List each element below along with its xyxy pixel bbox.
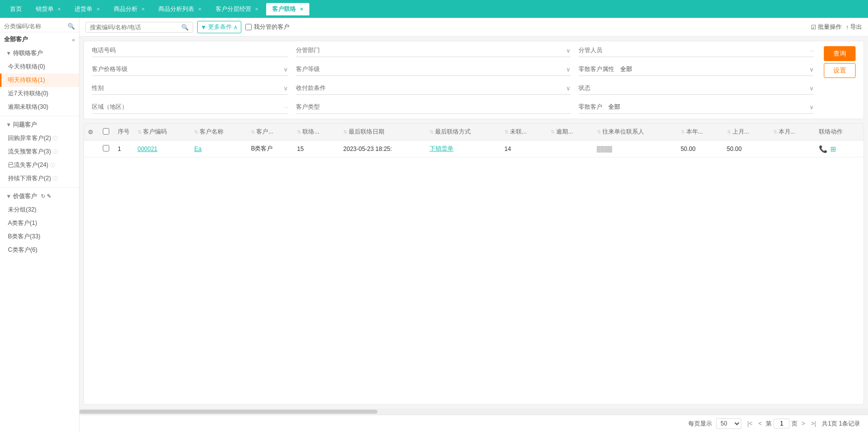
sidebar-class-b[interactable]: B类客户(33)	[0, 230, 79, 243]
sidebar-unclassified[interactable]: 未分组(32)	[0, 203, 79, 216]
sidebar-class-c[interactable]: C类客户(6)	[0, 243, 79, 257]
filter-more-btn[interactable]: ▼ 更多条件 ∧	[197, 21, 241, 33]
nav-sales[interactable]: 销货单 ×	[30, 3, 67, 15]
close-sales-icon[interactable]: ×	[58, 6, 61, 12]
search-box[interactable]: 🔍	[85, 22, 193, 33]
th-last-date[interactable]: ⇅最后联络日期	[339, 124, 426, 141]
cell-this-month	[769, 141, 815, 157]
toolbar-right: ☑ 批量操作 ↑ 导出	[811, 23, 862, 31]
person-dots-icon[interactable]: ···	[809, 48, 814, 54]
horizontal-scrollbar[interactable]	[79, 409, 868, 415]
my-customers-checkbox[interactable]	[245, 24, 252, 30]
cell-name[interactable]: Ea	[190, 141, 247, 157]
region-dots-icon[interactable]: ···	[284, 104, 288, 110]
nav-purchase[interactable]: 进货单 ×	[69, 3, 105, 15]
export-btn[interactable]: ↑ 导出	[846, 23, 862, 31]
th-checkbox[interactable]	[99, 124, 114, 141]
phone-field[interactable]: 电话号码	[92, 46, 288, 57]
nav-customer-tier[interactable]: 客户分层经营 ×	[210, 3, 264, 15]
person-select[interactable]: 分管人员 ···	[579, 46, 814, 57]
gender-select[interactable]: 性别 ∨	[92, 84, 288, 95]
th-overdue[interactable]: ⇅逾期...	[547, 124, 593, 141]
phone-action-icon[interactable]: 📞	[819, 145, 827, 153]
phone-input[interactable]	[126, 47, 288, 54]
cell-not-contacted: 14	[501, 141, 547, 157]
th-name[interactable]: ⇅客户名称	[190, 124, 247, 141]
last-page-btn[interactable]: >|	[809, 419, 818, 428]
nav-customer-contact[interactable]: 客户联络 ×	[266, 3, 309, 15]
retail-attr-select[interactable]: 零散客户属性 全部 ∨	[579, 65, 814, 76]
nav-home[interactable]: 首页	[4, 3, 28, 15]
all-customers-label: 全部客户	[4, 35, 28, 44]
th-last-month[interactable]: ⇅上月...	[723, 124, 769, 141]
all-customers-header[interactable]: 全部客户 «	[0, 32, 79, 47]
th-contacts[interactable]: ⇅联络...	[293, 124, 339, 141]
th-this-month[interactable]: ⇅本月...	[769, 124, 815, 141]
prev-page-btn[interactable]: <	[756, 419, 764, 428]
customer-code-link[interactable]: 000021	[138, 145, 157, 152]
sidebar-search-icon[interactable]: 🔍	[68, 23, 75, 30]
page-size-select[interactable]: 50 100 200	[716, 418, 741, 429]
th-this-year[interactable]: ⇅本年...	[677, 124, 723, 141]
th-type[interactable]: ⇅客户...	[247, 124, 293, 141]
region-select[interactable]: 区域（地区） ···	[92, 103, 288, 114]
th-not-contacted[interactable]: ⇅未联...	[501, 124, 547, 141]
customer-name-link[interactable]: Ea	[194, 145, 202, 152]
close-product-analysis-list-icon[interactable]: ×	[198, 6, 201, 12]
customer-level-select[interactable]: 客户等级 ∨	[296, 65, 571, 76]
batch-btn[interactable]: ☑ 批量操作	[811, 23, 842, 31]
sidebar-repeat-abnormal[interactable]: 回购异常客户(2) ⓘ	[0, 132, 79, 145]
scrollbar-thumb[interactable]	[79, 410, 377, 414]
sidebar-overdue-contact[interactable]: 逾期未联络(30)	[0, 100, 79, 114]
close-product-analysis-icon[interactable]: ×	[142, 6, 145, 12]
sidebar-continuous-decline[interactable]: 持续下滑客户(2) ⓘ	[0, 172, 79, 185]
retail-attr-label: 零散客户属性	[579, 65, 614, 73]
close-customer-tier-icon[interactable]: ×	[255, 6, 258, 12]
status-select[interactable]: 状态 ∨	[579, 84, 814, 95]
cell-code[interactable]: 000021	[134, 141, 190, 157]
cell-checkbox[interactable]	[99, 141, 114, 157]
page-label-after: 页	[792, 420, 797, 428]
retail-attr-arrow-icon: ∨	[809, 66, 814, 73]
close-customer-contact-icon[interactable]: ×	[300, 6, 303, 12]
search-icon[interactable]: 🔍	[181, 24, 189, 31]
sort-overdue-icon: ⇅	[551, 129, 555, 135]
sidebar-today-contact[interactable]: 今天待联络(0)	[0, 60, 79, 73]
dept-select[interactable]: 分管部门 ∨	[296, 46, 571, 57]
customer-type-select[interactable]: 客户类型	[296, 103, 571, 114]
sidebar-search-input[interactable]	[4, 23, 66, 30]
th-code[interactable]: ⇅客户编码	[134, 124, 190, 141]
search-input[interactable]	[90, 24, 179, 31]
close-purchase-icon[interactable]: ×	[96, 6, 99, 12]
th-company-contact[interactable]: ⇅往来单位联系人	[593, 124, 677, 141]
status-label: 状态	[579, 84, 590, 92]
price-level-select[interactable]: 客户价格等级 ∨	[92, 65, 288, 76]
retail-customer-select[interactable]: 零散客户 全部 ∨	[579, 103, 814, 114]
cell-this-year: 50.00	[677, 141, 723, 157]
th-last-method[interactable]: ⇅最后联络方式	[426, 124, 501, 141]
filter-row-3: 性别 ∨ 收付款条件 ∨ 状态 ∨	[92, 84, 814, 95]
filter-panel: 电话号码 分管部门 ∨ 分管人员 ···	[83, 41, 864, 119]
row-checkbox[interactable]	[103, 145, 109, 151]
my-customers-checkbox-label[interactable]: 我分管的客户	[245, 23, 289, 31]
set-btn[interactable]: 设置	[824, 63, 856, 78]
cell-last-method[interactable]: 下销货单	[426, 141, 501, 157]
sidebar-week-contact[interactable]: 近7天待联络(0)	[0, 87, 79, 100]
page-input[interactable]	[774, 419, 790, 429]
select-all-checkbox[interactable]	[103, 128, 109, 135]
sidebar-already-lost[interactable]: 已流失客户(24) ⓘ	[0, 158, 79, 172]
grid-action-icon[interactable]: ⊞	[830, 145, 836, 153]
nav-product-analysis[interactable]: 商品分析 ×	[108, 3, 150, 15]
th-settings[interactable]: ⚙	[84, 124, 99, 141]
next-page-btn[interactable]: >	[799, 419, 807, 428]
sidebar-class-a[interactable]: A类客户(1)	[0, 216, 79, 230]
query-btn[interactable]: 查询	[824, 46, 856, 61]
customer-level-label: 客户等级	[296, 65, 320, 73]
first-page-btn[interactable]: |<	[745, 419, 754, 428]
nav-product-analysis-list[interactable]: 商品分析列表 ×	[152, 3, 207, 15]
sidebar-lost-warning[interactable]: 流失预警客户(3) ⓘ	[0, 145, 79, 158]
sidebar-tomorrow-contact[interactable]: 明天待联络(1)	[0, 73, 79, 87]
payment-select[interactable]: 收付款条件 ∨	[296, 84, 571, 95]
last-method-link[interactable]: 下销货单	[430, 145, 453, 152]
sidebar-search-box[interactable]: 🔍	[0, 21, 79, 32]
